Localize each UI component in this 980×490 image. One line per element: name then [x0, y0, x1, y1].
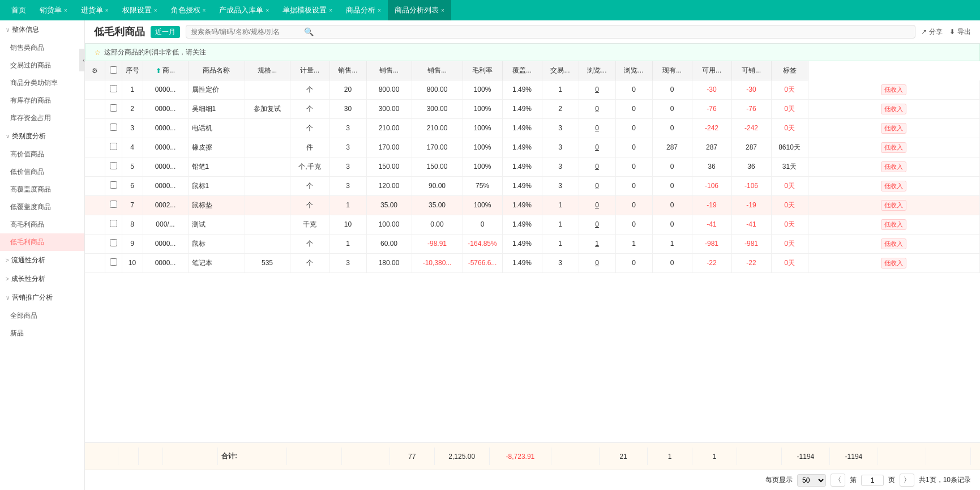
col-browse2[interactable]: 浏览... — [615, 61, 652, 80]
cell-transaction[interactable]: 0 — [579, 195, 615, 215]
search-input[interactable] — [191, 28, 304, 36]
col-transaction[interactable]: 交易... — [542, 61, 579, 80]
cell-transaction[interactable]: 1 — [579, 234, 615, 253]
nav-home[interactable]: 首页 — [5, 0, 33, 20]
nav-sales[interactable]: 销货单 × — [33, 0, 74, 20]
nav-permission-close[interactable]: × — [154, 7, 157, 14]
col-spec[interactable]: 规格... — [245, 61, 290, 80]
sidebar-item-low-value[interactable]: 低价值商品 — [0, 163, 84, 181]
row-checkbox[interactable] — [110, 123, 117, 131]
select-all-checkbox[interactable] — [110, 66, 117, 74]
cell-transaction[interactable]: 0 — [579, 80, 615, 100]
nav-purchase[interactable]: 进货单 × — [74, 0, 115, 20]
sidebar-section-category[interactable]: ∨ 类别度分析 — [0, 127, 84, 146]
sidebar-item-low-coverage[interactable]: 低覆盖度商品 — [0, 198, 84, 216]
nav-role[interactable]: 角色授权 × — [164, 0, 213, 20]
nav-sales-close[interactable]: × — [64, 7, 67, 14]
col-sellable[interactable]: 可销... — [731, 61, 771, 80]
nav-permission[interactable]: 权限设置 × — [115, 0, 164, 20]
nav-purchase-close[interactable]: × — [105, 7, 109, 14]
cell-transaction[interactable]: 0 — [579, 118, 615, 138]
transaction-link[interactable]: 0 — [595, 124, 599, 132]
transaction-link[interactable]: 1 — [595, 240, 599, 248]
nav-product-entry-close[interactable]: × — [266, 7, 269, 14]
sidebar-item-new-goods[interactable]: 新品 — [0, 325, 84, 342]
transaction-link[interactable]: 0 — [595, 86, 599, 93]
sidebar-item-stock-goods[interactable]: 有库存的商品 — [0, 92, 84, 109]
nav-goods-analysis[interactable]: 商品分析 × — [339, 0, 388, 20]
next-page-btn[interactable]: 〉 — [900, 474, 914, 487]
nav-template[interactable]: 单据模板设置 × — [276, 0, 339, 20]
col-available[interactable]: 可用... — [692, 61, 731, 80]
cell-transaction[interactable]: 0 — [579, 215, 615, 234]
row-checkbox[interactable] — [110, 239, 117, 246]
transaction-link[interactable]: 0 — [595, 259, 599, 267]
transaction-link[interactable]: 0 — [595, 182, 599, 190]
cell-transaction[interactable]: 0 — [579, 157, 615, 176]
transaction-link[interactable]: 0 — [595, 143, 599, 151]
cell-transaction[interactable]: 0 — [579, 99, 615, 118]
row-checkbox[interactable] — [110, 85, 117, 92]
time-filter-btn[interactable]: 近一月 — [151, 26, 180, 38]
col-code[interactable]: ⬆ 商... — [143, 61, 188, 80]
col-checkbox[interactable] — [105, 61, 122, 80]
per-page-select[interactable]: 50 100 200 — [797, 474, 826, 487]
cell-checkbox[interactable] — [105, 80, 122, 100]
nav-goods-analysis-list-close[interactable]: × — [441, 7, 444, 14]
row-checkbox[interactable] — [110, 143, 117, 150]
row-checkbox[interactable] — [110, 220, 117, 227]
sidebar-section-marketing[interactable]: ∨ 营销推广分析 — [0, 288, 84, 307]
nav-goods-analysis-list[interactable]: 商品分析列表 × — [388, 0, 451, 20]
cell-checkbox[interactable] — [105, 99, 122, 118]
nav-role-close[interactable]: × — [203, 7, 206, 14]
nav-template-close[interactable]: × — [329, 7, 332, 14]
share-btn[interactable]: ↗ 分享 — [921, 27, 943, 37]
transaction-link[interactable]: 0 — [595, 220, 599, 228]
cell-transaction[interactable]: 0 — [579, 138, 615, 157]
col-name[interactable]: 商品名称 — [188, 61, 245, 80]
col-settings[interactable]: ⚙ — [85, 61, 105, 80]
search-icon[interactable]: 🔍 — [304, 27, 314, 36]
sidebar-item-high-margin[interactable]: 高毛利商品 — [0, 216, 84, 233]
nav-goods-analysis-close[interactable]: × — [378, 7, 381, 14]
row-checkbox[interactable] — [110, 258, 117, 266]
cell-checkbox[interactable] — [105, 234, 122, 253]
col-sale-amt[interactable]: 销售... — [412, 61, 463, 80]
cell-checkbox[interactable] — [105, 118, 122, 138]
col-sale-price[interactable]: 销售... — [366, 61, 412, 80]
row-checkbox[interactable] — [110, 162, 117, 169]
row-checkbox[interactable] — [110, 104, 117, 112]
sidebar-item-all-goods[interactable]: 全部商品 — [0, 307, 84, 325]
sidebar-item-stock-capital[interactable]: 库存资金占用 — [0, 109, 84, 127]
sidebar-item-sales-goods[interactable]: 销售类商品 — [0, 39, 84, 57]
prev-page-btn[interactable]: 〈 — [831, 474, 845, 487]
cell-transaction[interactable]: 0 — [579, 253, 615, 272]
row-checkbox[interactable] — [110, 201, 117, 208]
col-tag[interactable]: 标签 — [771, 61, 808, 80]
cell-transaction[interactable]: 0 — [579, 176, 615, 195]
nav-product-entry[interactable]: 产成品入库单 × — [212, 0, 276, 20]
cell-checkbox[interactable] — [105, 157, 122, 176]
sidebar-collapse-btn[interactable]: « — [79, 49, 85, 71]
cell-checkbox[interactable] — [105, 195, 122, 215]
transaction-link[interactable]: 0 — [595, 105, 599, 113]
sidebar-item-category-rate[interactable]: 商品分类助销率 — [0, 74, 84, 92]
col-unit[interactable]: 计量... — [290, 61, 329, 80]
sidebar-item-high-value[interactable]: 高价值商品 — [0, 146, 84, 163]
cell-checkbox[interactable] — [105, 138, 122, 157]
transaction-link[interactable]: 0 — [595, 163, 599, 171]
sidebar-section-growth[interactable]: > 成长性分析 — [0, 270, 84, 288]
export-btn[interactable]: ⬇ 导出 — [949, 27, 971, 37]
sidebar-item-traded-goods[interactable]: 交易过的商品 — [0, 57, 84, 74]
col-current[interactable]: 现有... — [652, 61, 692, 80]
row-checkbox[interactable] — [110, 181, 117, 189]
sidebar-section-overall[interactable]: ∨ 整体信息 — [0, 20, 84, 39]
col-coverage[interactable]: 覆盖... — [502, 61, 542, 80]
col-sale-qty[interactable]: 销售... — [329, 61, 366, 80]
cell-checkbox[interactable] — [105, 253, 122, 272]
col-gross[interactable]: 毛利率 — [463, 61, 502, 80]
col-browse1[interactable]: 浏览... — [579, 61, 615, 80]
sidebar-item-low-margin[interactable]: 低毛利商品 — [0, 233, 84, 251]
page-input[interactable] — [861, 475, 884, 486]
cell-checkbox[interactable] — [105, 176, 122, 195]
